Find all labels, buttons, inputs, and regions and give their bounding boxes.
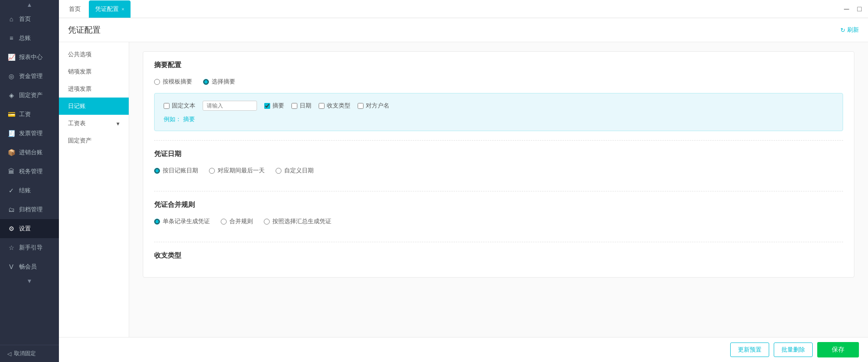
merge-rules-radio-group: 单条记录生成凭证 合并规则 按照选择汇总生成凭证 bbox=[154, 217, 843, 225]
batch-delete-button[interactable]: 批量删除 bbox=[774, 342, 813, 357]
checkbox-income-expense[interactable] bbox=[319, 103, 325, 109]
settings-icon: ⚙ bbox=[7, 225, 15, 232]
checkbox-date[interactable] bbox=[291, 103, 297, 109]
left-nav: 公共选项 销项发票 进项发票 日记账 工资表 ▾ 固定资产 bbox=[59, 42, 129, 337]
summary-radio-group: 按模板摘要 选择摘要 bbox=[154, 78, 843, 86]
radio-select-merge-input[interactable] bbox=[264, 219, 270, 225]
radio-custom-date-input[interactable] bbox=[276, 168, 281, 174]
merge-rules-title: 凭证合并规则 bbox=[154, 201, 843, 209]
sidebar: ▲ ⌂ 首页 ≡ 总账 📈 报表中心 ◎ 资金管理 ◈ 固定资产 💳 工资 🧾 … bbox=[0, 0, 59, 362]
sidebar-unpin-button[interactable]: ◁ 取消固定 bbox=[0, 345, 59, 362]
radio-merge[interactable]: 合并规则 bbox=[221, 217, 253, 225]
home-icon: ⌂ bbox=[7, 15, 15, 23]
tab-voucher-config[interactable]: 凭证配置 × bbox=[89, 0, 131, 18]
tab-bar: 首页 凭证配置 × ─ □ bbox=[59, 0, 868, 18]
refresh-icon: ↻ bbox=[840, 27, 845, 34]
save-button[interactable]: 保存 bbox=[817, 342, 859, 357]
income-expense-section: 收支类型 bbox=[154, 242, 843, 277]
bottom-bar: 更新预置 批量删除 保存 bbox=[59, 337, 868, 362]
sidebar-item-purchase-sales[interactable]: 📦 进销台账 bbox=[0, 143, 59, 162]
refresh-button[interactable]: ↻ 刷新 bbox=[840, 26, 859, 34]
left-nav-public-options[interactable]: 公共选项 bbox=[59, 46, 129, 63]
checkbox-summary[interactable] bbox=[264, 103, 270, 109]
ledger-icon: ≡ bbox=[7, 34, 15, 42]
income-expense-title: 收支类型 bbox=[154, 251, 843, 260]
sidebar-item-archive[interactable]: 🗂 归档管理 bbox=[0, 200, 59, 219]
sidebar-item-invoice-management[interactable]: 🧾 发票管理 bbox=[0, 124, 59, 143]
minimize-button[interactable]: ─ bbox=[841, 4, 852, 14]
vip-icon: V bbox=[7, 263, 15, 270]
radio-template-summary[interactable]: 按模板摘要 bbox=[154, 78, 192, 86]
checkbox-counterpart[interactable] bbox=[358, 103, 364, 109]
left-nav-purchase-invoice[interactable]: 进项发票 bbox=[59, 80, 129, 98]
sidebar-item-closing[interactable]: ✓ 结账 bbox=[0, 181, 59, 200]
fixed-text-input[interactable] bbox=[203, 101, 257, 111]
checkbox-fixed-text-label[interactable]: 固定文本 bbox=[164, 102, 195, 110]
radio-journal-date[interactable]: 按日记账日期 bbox=[154, 166, 198, 175]
main-area: 首页 凭证配置 × ─ □ 凭证配置 ↻ 刷新 公共选项 销项发票 进项 bbox=[59, 0, 868, 362]
sidebar-item-fund-management[interactable]: ◎ 资金管理 bbox=[0, 67, 59, 86]
radio-merge-input[interactable] bbox=[221, 219, 227, 225]
sidebar-item-fixed-assets[interactable]: ◈ 固定资产 bbox=[0, 86, 59, 105]
radio-single-record[interactable]: 单条记录生成凭证 bbox=[154, 217, 210, 225]
summary-example: 例如： 摘要 bbox=[164, 115, 834, 123]
sidebar-item-payroll[interactable]: 💳 工资 bbox=[0, 105, 59, 124]
radio-journal-date-input[interactable] bbox=[154, 168, 160, 174]
radio-select-input[interactable] bbox=[203, 79, 209, 85]
page-title: 凭证配置 bbox=[68, 24, 101, 35]
checkbox-fixed-text[interactable] bbox=[164, 103, 170, 109]
radio-select-summary[interactable]: 选择摘要 bbox=[203, 78, 235, 86]
sidebar-item-home[interactable]: ⌂ 首页 bbox=[0, 10, 59, 29]
sidebar-scroll-up[interactable]: ▲ bbox=[0, 0, 59, 10]
checkbox-counterpart-label[interactable]: 对方户名 bbox=[358, 102, 389, 110]
invoice-icon: 🧾 bbox=[7, 130, 15, 137]
sidebar-item-guide[interactable]: ☆ 新手引导 bbox=[0, 238, 59, 257]
fund-icon: ◎ bbox=[7, 73, 15, 80]
voucher-date-title: 凭证日期 bbox=[154, 150, 843, 158]
closing-icon: ✓ bbox=[7, 187, 15, 194]
radio-last-day[interactable]: 对应期间最后一天 bbox=[209, 166, 265, 175]
radio-template-input[interactable] bbox=[154, 79, 160, 85]
right-content: 摘要配置 按模板摘要 选择摘要 bbox=[129, 42, 868, 337]
content-inner: 摘要配置 按模板摘要 选择摘要 bbox=[143, 51, 854, 278]
tax-icon: 🏛 bbox=[7, 168, 15, 175]
voucher-date-section: 凭证日期 按日记账日期 对应期间最后一天 自定义日期 bbox=[154, 141, 843, 191]
sidebar-item-settings[interactable]: ⚙ 设置 bbox=[0, 219, 59, 238]
pin-icon: ◁ bbox=[7, 351, 11, 357]
chevron-down-icon: ▾ bbox=[116, 120, 120, 127]
update-preview-button[interactable]: 更新预置 bbox=[730, 342, 769, 357]
left-nav-journal[interactable]: 日记账 bbox=[59, 98, 129, 115]
radio-custom-date[interactable]: 自定义日期 bbox=[276, 166, 314, 175]
tab-close-icon[interactable]: × bbox=[121, 6, 124, 12]
left-nav-sales-invoice[interactable]: 销项发票 bbox=[59, 63, 129, 80]
purchase-icon: 📦 bbox=[7, 149, 15, 156]
checkbox-income-expense-label[interactable]: 收支类型 bbox=[319, 102, 350, 110]
radio-select-merge[interactable]: 按照选择汇总生成凭证 bbox=[264, 217, 331, 225]
merge-rules-section: 凭证合并规则 单条记录生成凭证 合并规则 按照选择汇总生成凭证 bbox=[154, 191, 843, 242]
content-layout: 公共选项 销项发票 进项发票 日记账 工资表 ▾ 固定资产 bbox=[59, 42, 868, 337]
radio-single-input[interactable] bbox=[154, 219, 160, 225]
sidebar-item-report-center[interactable]: 📈 报表中心 bbox=[0, 48, 59, 67]
payroll-icon: 💳 bbox=[7, 111, 15, 118]
tab-actions: ─ □ bbox=[841, 4, 864, 14]
checkbox-date-label[interactable]: 日期 bbox=[291, 102, 311, 110]
sidebar-item-vip[interactable]: V 畅会员 bbox=[0, 257, 59, 276]
summary-checkboxes: 固定文本 摘要 日期 bbox=[164, 101, 834, 111]
guide-icon: ☆ bbox=[7, 244, 15, 251]
sidebar-item-tax-management[interactable]: 🏛 税务管理 bbox=[0, 162, 59, 181]
voucher-date-radio-group: 按日记账日期 对应期间最后一天 自定义日期 bbox=[154, 166, 843, 175]
tab-home[interactable]: 首页 bbox=[63, 0, 87, 18]
checkbox-summary-label[interactable]: 摘要 bbox=[264, 102, 284, 110]
summary-config-title: 摘要配置 bbox=[154, 61, 843, 69]
left-nav-fixed-assets[interactable]: 固定资产 bbox=[59, 132, 129, 149]
asset-icon: ◈ bbox=[7, 92, 15, 99]
maximize-button[interactable]: □ bbox=[854, 4, 864, 14]
page-header: 凭证配置 ↻ 刷新 bbox=[59, 18, 868, 42]
sidebar-scroll-down[interactable]: ▼ bbox=[0, 276, 59, 286]
radio-last-day-input[interactable] bbox=[209, 168, 215, 174]
summary-options-box: 固定文本 摘要 日期 bbox=[154, 93, 843, 131]
sidebar-item-general-ledger[interactable]: ≡ 总账 bbox=[0, 29, 59, 48]
report-icon: 📈 bbox=[7, 54, 15, 61]
summary-config-section: 摘要配置 按模板摘要 选择摘要 bbox=[154, 52, 843, 141]
left-nav-payroll-table[interactable]: 工资表 ▾ bbox=[59, 115, 129, 132]
